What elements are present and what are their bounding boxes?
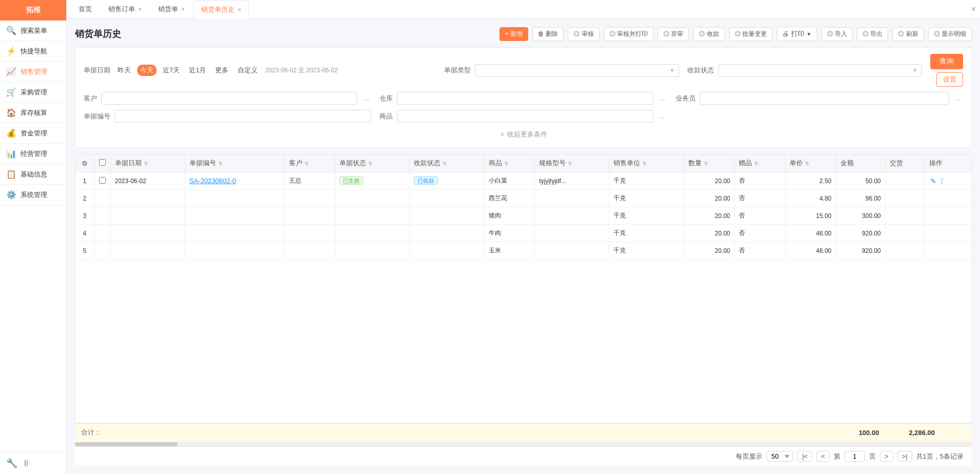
tab-sales-delivery[interactable]: 销货单 × — [150, 0, 193, 18]
scroll-thumb[interactable] — [75, 442, 178, 446]
row-checkbox-cell — [94, 225, 110, 242]
filter-row-3: 单据编号 商品 ... — [84, 110, 963, 123]
th-doc-status[interactable]: 单据状态 ⇅ — [335, 154, 410, 172]
th-transaction: 交货 — [885, 154, 925, 172]
th-quantity[interactable]: 数量 ⇅ — [684, 154, 735, 172]
show-detail-button[interactable]: ◎ 显示明细 — [928, 27, 972, 41]
tab-sales-delivery-history-close[interactable]: × — [238, 6, 241, 13]
tab-home[interactable]: 首页 — [71, 0, 100, 18]
review-print-button[interactable]: ◎ 审核并打印 — [604, 27, 654, 41]
next-page-btn[interactable]: > — [880, 451, 893, 462]
doc-status-cell — [335, 207, 410, 225]
tab-sales-order-close[interactable]: × — [138, 6, 142, 13]
sidebar-item-system-mgmt[interactable]: ⚙️ 系统管理 — [0, 185, 66, 205]
total-info: 共1页，5条记录 — [916, 452, 964, 461]
shortcut-1month[interactable]: 近1月 — [186, 65, 209, 76]
sidebar-item-inventory[interactable]: 🏠 库存核算 — [0, 103, 66, 123]
sort-spec-icon: ⇅ — [568, 161, 572, 166]
th-collect-status[interactable]: 收款状态 ⇅ — [410, 154, 484, 172]
warehouse-ellipsis[interactable]: ... — [658, 94, 667, 102]
th-unit-price[interactable]: 单价 ⇅ — [785, 154, 836, 172]
th-doc-date[interactable]: 单据日期 ⇅ — [110, 154, 185, 172]
edit-action-btn[interactable]: ✎ — [930, 177, 936, 185]
table-footer: 合计： 100.00 2,286.00 — [75, 423, 972, 441]
th-customer[interactable]: 客户 ⇅ — [284, 154, 335, 172]
quantity-cell: 20.00 — [684, 207, 735, 225]
th-settings[interactable]: ⚙ — [75, 154, 94, 172]
amount-cell: 920.00 — [836, 225, 885, 242]
th-goods[interactable]: 商品 ⇅ — [484, 154, 535, 172]
tab-bar-close-btn[interactable]: × — [971, 5, 976, 14]
collect-status-select[interactable] — [718, 64, 922, 77]
batch-change-button[interactable]: ◎ 批量变更 — [729, 27, 773, 41]
tab-sales-delivery-close[interactable]: × — [181, 6, 185, 13]
shortcut-custom[interactable]: 自定义 — [235, 65, 261, 76]
transaction-cell — [885, 207, 925, 225]
delete-button[interactable]: 🗑 删除 — [532, 27, 564, 41]
sidebar-item-search-menu[interactable]: 🔍 搜索菜单 — [0, 21, 66, 41]
sidebar-item-operations-mgmt[interactable]: 📊 经营管理 — [0, 144, 66, 164]
import-button[interactable]: ◎ 导入 — [821, 27, 853, 41]
staff-ellipsis[interactable]: ... — [953, 94, 963, 102]
shortcut-yesterday[interactable]: 昨天 — [114, 65, 134, 76]
goods-ellipsis[interactable]: ... — [658, 112, 667, 120]
select-all-checkbox[interactable] — [99, 159, 106, 166]
shortcut-7days[interactable]: 近7天 — [160, 65, 183, 76]
staff-input[interactable] — [700, 92, 949, 105]
query-button[interactable]: 查询 — [930, 54, 963, 69]
sales-unit-cell: 千克 — [609, 225, 684, 242]
tab-bar: 首页 销售订单 × 销货单 × 销货单历史 × × — [67, 0, 980, 18]
prev-page-btn[interactable]: < — [816, 451, 830, 462]
row-checkbox[interactable] — [99, 177, 106, 184]
sidebar-item-sales-mgmt[interactable]: 📈 销售管理 — [0, 62, 66, 82]
th-doc-no[interactable]: 单据编号 ⇅ — [185, 154, 284, 172]
goods-cell: 猪肉 — [484, 207, 535, 225]
setup-button[interactable]: 设置 — [936, 72, 963, 87]
new-button[interactable]: + 新增 — [499, 27, 528, 41]
more-action-btn[interactable]: ⋮ — [938, 177, 946, 185]
abandon-button[interactable]: ◎ 弃审 — [658, 27, 689, 41]
column-settings-icon[interactable]: ⚙ — [82, 160, 88, 167]
tab-sales-delivery-history[interactable]: 销货单历史 × — [194, 1, 249, 18]
pause-icon[interactable]: ⏸ — [22, 458, 31, 469]
sidebar-item-basic-info[interactable]: 📋 基础信息 — [0, 164, 66, 185]
settings-bottom-icon[interactable]: 🔧 — [6, 458, 17, 469]
sort-sales-unit-icon: ⇅ — [642, 161, 646, 166]
shortcut-more[interactable]: 更多 — [212, 65, 232, 76]
collect-button[interactable]: ◎ 收款 — [693, 27, 724, 41]
sidebar-item-quick-nav[interactable]: ⚡ 快捷导航 — [0, 41, 66, 62]
shortcut-today[interactable]: 今天 — [137, 65, 157, 76]
refresh-button[interactable]: ◎ 刷新 — [892, 27, 924, 41]
doc-no-input[interactable] — [114, 110, 371, 123]
last-page-btn[interactable]: >| — [897, 451, 912, 462]
th-spec[interactable]: 规格型号 ⇅ — [535, 154, 609, 172]
review-button[interactable]: ◎ 审核 — [568, 27, 599, 41]
table-header-row: ⚙ 单据日期 ⇅ 单据编号 — [75, 154, 971, 172]
th-gift[interactable]: 赠品 ⇅ — [735, 154, 785, 172]
th-sales-unit[interactable]: 销售单位 ⇅ — [609, 154, 684, 172]
table-row: 2西兰花千克20.00否4.8096.00 — [75, 190, 971, 207]
print-button[interactable]: 🖨 打印 ▼ — [777, 27, 817, 41]
goods-input[interactable] — [397, 110, 653, 123]
row-num: 1 — [75, 172, 94, 190]
page-number-input[interactable] — [844, 451, 865, 462]
doc-type-select[interactable] — [475, 64, 679, 77]
sidebar-item-label: 库存核算 — [21, 108, 47, 117]
sidebar-item-label: 系统管理 — [21, 190, 47, 200]
more-conditions-btn[interactable]: ∧ 收起更多条件 — [84, 128, 963, 141]
th-doc-no-label: 单据编号 — [189, 159, 216, 168]
export-button[interactable]: ◎ 导出 — [857, 27, 888, 41]
sidebar-item-purchase-mgmt[interactable]: 🛒 采购管理 — [0, 82, 66, 103]
customer-ellipsis[interactable]: ... — [361, 94, 371, 102]
spec-cell: tyjyjtyjdf... — [535, 172, 609, 190]
tab-sales-order[interactable]: 销售订单 × — [101, 0, 149, 18]
warehouse-input[interactable] — [397, 92, 653, 105]
customer-input[interactable] — [101, 92, 357, 105]
toolbar: + 新增 🗑 删除 ◎ 审核 ◎ 审核并打印 ◎ 弃审 ◎ 收款 ◎ 批量变更 … — [499, 27, 972, 41]
quantity-cell: 20.00 — [684, 190, 735, 207]
first-page-btn[interactable]: |< — [797, 451, 812, 462]
doc-no-link[interactable]: SA-20230602-0 — [189, 177, 236, 185]
sidebar-item-capital-mgmt[interactable]: 💰 资金管理 — [0, 123, 66, 144]
horizontal-scrollbar[interactable] — [75, 442, 972, 446]
per-page-select[interactable]: 50 100 200 — [766, 451, 793, 462]
